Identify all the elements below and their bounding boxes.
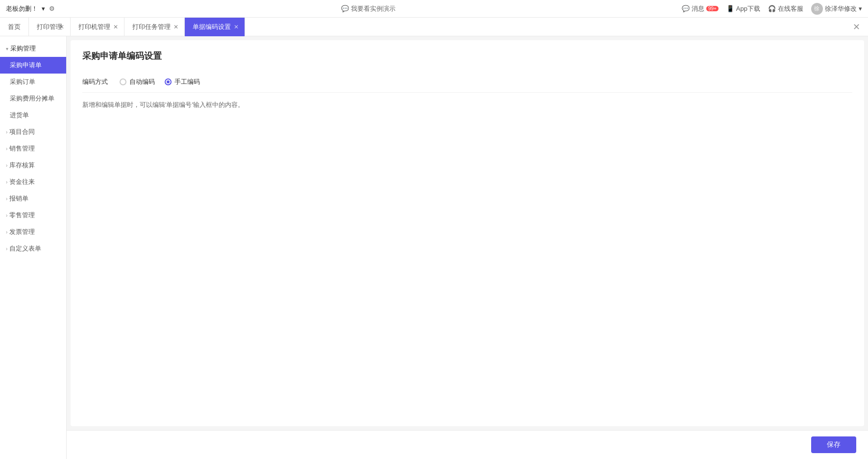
tab-print-task-label: 打印任务管理 xyxy=(132,23,171,31)
top-bar-center[interactable]: 💬 我要看实例演示 xyxy=(341,4,396,13)
sidebar-item-project-contract[interactable]: › 项目合同 xyxy=(0,124,66,140)
online-service-item[interactable]: 🎧 在线客服 xyxy=(768,4,803,13)
auto-code-option[interactable]: 自动编码 xyxy=(120,77,155,86)
app-download-item[interactable]: 📱 App下载 xyxy=(726,4,760,13)
sidebar-item-invoice[interactable]: › 发票管理 xyxy=(0,224,66,240)
sidebar-item-purchase-expense-label: 采购费用分摊单 xyxy=(10,95,54,102)
chat-icon: 💬 xyxy=(341,5,349,12)
content-inner: 采购申请单编码设置 编码方式 自动编码 手工编码 新增和编辑单据时，可以编辑'单… xyxy=(71,40,864,426)
manual-code-radio[interactable] xyxy=(165,78,172,85)
top-bar: 老板勿删！ ▾ ⚙ 💬 我要看实例演示 💬 消息 99+ 📱 App下载 🎧 在… xyxy=(0,0,868,18)
app-download-label: App下载 xyxy=(736,4,760,13)
notification-item[interactable]: 💬 消息 99+ xyxy=(682,4,719,13)
sidebar-group-purchase: ▾ 采购管理 采购申请单 采购订单 采购费用分摊单 进货单 xyxy=(0,40,66,124)
tab-printer-management[interactable]: 打印机管理 ✕ xyxy=(71,18,124,36)
purchase-group-label: 采购管理 xyxy=(10,44,36,53)
collapsed-icon-6: › xyxy=(6,213,7,218)
tab-home-label: 首页 xyxy=(8,23,21,31)
collapsed-icon-8: › xyxy=(6,246,7,252)
sidebar-group-purchase-title[interactable]: ▾ 采购管理 xyxy=(0,40,66,57)
auto-code-label: 自动编码 xyxy=(129,77,155,86)
user-name: 徐泽华修改 xyxy=(825,4,857,13)
sidebar-item-stock-in[interactable]: 进货单 xyxy=(0,107,66,124)
page-title: 采购申请单编码设置 xyxy=(82,50,852,62)
sidebar-item-inventory[interactable]: › 库存核算 xyxy=(0,157,66,174)
tab-code-setting-label: 单据编码设置 xyxy=(193,23,231,31)
expand-icon: ▾ xyxy=(6,46,8,51)
finance-label: 资金往来 xyxy=(9,178,35,186)
collapsed-icon-3: › xyxy=(6,163,7,168)
top-bar-left: 老板勿删！ ▾ ⚙ xyxy=(6,4,55,13)
avatar: 徐 xyxy=(811,3,823,15)
collapsed-icon-1: › xyxy=(6,129,7,135)
app-download-icon: 📱 xyxy=(726,5,734,12)
sidebar-item-finance[interactable]: › 资金往来 xyxy=(0,174,66,190)
sidebar-item-retail[interactable]: › 零售管理 xyxy=(0,207,66,224)
top-bar-title: 老板勿删！ xyxy=(6,4,38,13)
radio-group: 自动编码 手工编码 xyxy=(120,77,200,86)
sidebar-item-expense-report[interactable]: › 报销单 xyxy=(0,190,66,207)
top-bar-right: 💬 消息 99+ 📱 App下载 🎧 在线客服 徐 徐泽华修改 ▾ xyxy=(682,3,862,15)
bottom-bar: 保存 xyxy=(67,430,868,459)
invoice-label: 发票管理 xyxy=(9,228,35,236)
settings-icon[interactable]: ⚙ xyxy=(49,5,55,12)
tab-print-management-close[interactable]: ✕ xyxy=(59,24,64,30)
sidebar-item-custom-form[interactable]: › 自定义表单 xyxy=(0,240,66,257)
encoding-row: 编码方式 自动编码 手工编码 xyxy=(82,72,852,93)
user-dropdown-icon: ▾ xyxy=(859,5,862,12)
tab-bar: 首页 打印管理 ✕ 打印机管理 ✕ 打印任务管理 ✕ 单据编码设置 ✕ ✕ xyxy=(0,18,868,36)
content: 采购申请单编码设置 编码方式 自动编码 手工编码 新增和编辑单据时，可以编辑'单… xyxy=(67,36,868,459)
expense-report-label: 报销单 xyxy=(9,194,28,203)
manual-code-label: 手工编码 xyxy=(174,77,200,86)
tab-print-management[interactable]: 打印管理 ✕ xyxy=(29,18,71,36)
tab-print-task-close[interactable]: ✕ xyxy=(174,24,178,30)
tab-home[interactable]: 首页 xyxy=(0,18,29,36)
tab-code-setting-close[interactable]: ✕ xyxy=(234,24,239,30)
manual-code-option[interactable]: 手工编码 xyxy=(165,77,200,86)
sales-label: 销售管理 xyxy=(9,144,35,153)
retail-label: 零售管理 xyxy=(9,211,35,220)
save-button[interactable]: 保存 xyxy=(811,436,856,453)
tab-code-setting[interactable]: 单据编码设置 ✕ xyxy=(185,18,245,36)
tab-printer-management-close[interactable]: ✕ xyxy=(113,24,118,30)
sidebar-item-sales[interactable]: › 销售管理 xyxy=(0,140,66,157)
sidebar-item-purchase-request[interactable]: 采购申请单 xyxy=(0,57,66,74)
dropdown-icon[interactable]: ▾ xyxy=(42,5,45,12)
headset-icon: 🎧 xyxy=(768,5,776,12)
center-text: 我要看实例演示 xyxy=(351,4,396,13)
auto-code-radio[interactable] xyxy=(120,78,126,85)
inventory-label: 库存核算 xyxy=(9,161,35,170)
sidebar-item-purchase-expense[interactable]: 采购费用分摊单 xyxy=(0,90,66,107)
sidebar-item-purchase-order-label: 采购订单 xyxy=(10,78,35,85)
collapsed-icon-5: › xyxy=(6,196,7,202)
notification-icon: 💬 xyxy=(682,5,690,12)
encoding-label: 编码方式 xyxy=(82,77,112,86)
online-service-label: 在线客服 xyxy=(778,4,803,13)
collapsed-icon-7: › xyxy=(6,230,7,235)
notification-label: 消息 xyxy=(692,4,704,13)
tab-print-management-label: 打印管理 xyxy=(37,23,62,31)
notification-badge: 99+ xyxy=(706,6,719,11)
user-item[interactable]: 徐 徐泽华修改 ▾ xyxy=(811,3,862,15)
collapsed-icon-2: › xyxy=(6,146,7,152)
sidebar-item-purchase-request-label: 采购申请单 xyxy=(10,61,42,69)
tab-print-task[interactable]: 打印任务管理 ✕ xyxy=(124,18,185,36)
hint-text: 新增和编辑单据时，可以编辑'单据编号'输入框中的内容。 xyxy=(82,101,852,109)
custom-form-label: 自定义表单 xyxy=(9,244,41,253)
collapsed-icon-4: › xyxy=(6,179,7,185)
tab-printer-management-label: 打印机管理 xyxy=(78,23,110,31)
sidebar: ▾ 采购管理 采购申请单 采购订单 采购费用分摊单 进货单 › 项目合同 › 销… xyxy=(0,36,67,459)
sidebar-item-stock-in-label: 进货单 xyxy=(10,111,29,119)
main-layout: ▾ 采购管理 采购申请单 采购订单 采购费用分摊单 进货单 › 项目合同 › 销… xyxy=(0,36,868,459)
project-contract-label: 项目合同 xyxy=(9,128,35,136)
sidebar-item-purchase-order[interactable]: 采购订单 xyxy=(0,74,66,90)
tab-bar-close-all[interactable]: ✕ xyxy=(845,22,868,32)
